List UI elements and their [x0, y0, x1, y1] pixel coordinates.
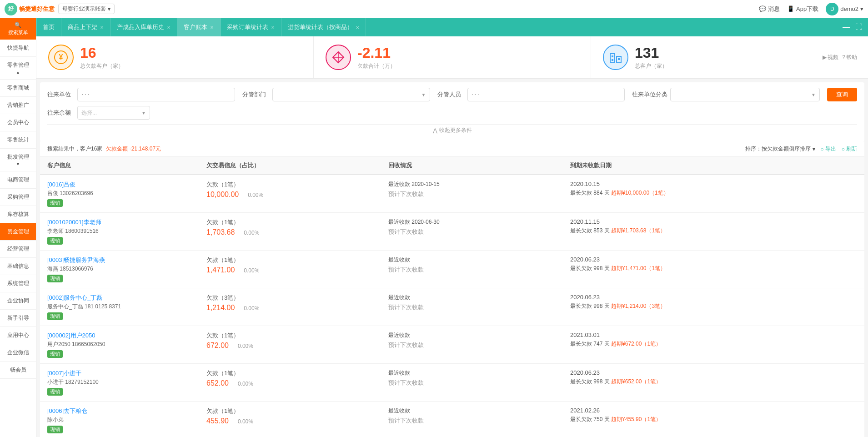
customer-name-link[interactable]: [0003]畅捷服务尹海燕	[47, 256, 206, 264]
sort-selector[interactable]: 排序：按欠款金额倒序排序 ▾	[745, 145, 815, 153]
app-download-btn[interactable]: 📱 App下载	[787, 5, 818, 13]
message-label: 消息	[768, 5, 780, 13]
env-selector[interactable]: 母婴行业演示账套 ▾	[58, 4, 115, 14]
table-row: [0006]去下粮仓 陈小弟 现销 欠款（1笔） 455.90 0.00%	[40, 402, 864, 437]
results-summary: 搜索结果中，客户16家 欠款金额 -21,148.07元 排序：按欠款金额倒序排…	[40, 141, 864, 157]
customer-phone: 海燕 18513066976	[47, 265, 206, 273]
overdue-link[interactable]: 超期¥652.00（1笔）	[611, 378, 661, 385]
sidebar-item-batch-mgmt[interactable]: 批发管理 ▼	[0, 149, 36, 171]
tab-product-inbound-close-icon[interactable]: ✕	[167, 25, 171, 30]
sidebar-item-system[interactable]: 系统管理	[0, 275, 36, 292]
dept-select[interactable]: ▼	[272, 88, 430, 101]
col-due-date: 到期未收款日期	[570, 161, 857, 170]
search-button[interactable]: 查询	[827, 88, 857, 101]
brand[interactable]: 好 畅捷通好生意	[5, 3, 55, 15]
sidebar-item-enterprise-wechat[interactable]: 企业微信	[0, 344, 36, 362]
debt-amount: 1,703.68	[206, 228, 235, 236]
debt-info-cell: 欠款（1笔） 652.00 0.00%	[206, 369, 388, 387]
tab-expand-icon[interactable]: ⛶	[853, 23, 864, 31]
overdue-link[interactable]: 超期¥455.90（1笔）	[611, 416, 661, 422]
sidebar-item-purchase[interactable]: 采购管理	[0, 189, 36, 206]
refresh-btn[interactable]: ○ 刷新	[842, 145, 857, 153]
balance-arrow-icon: ▼	[141, 111, 146, 116]
sidebar-item-ecommerce[interactable]: 电商管理	[0, 171, 36, 189]
customer-name-link[interactable]: [0002]服务中心_丁磊	[47, 294, 206, 302]
retail-store-label: 零售商城	[2, 84, 34, 92]
results-actions: 排序：按欠款金额倒序排序 ▾ ○ 导出 ○ 刷新	[745, 145, 858, 153]
manager-input[interactable]: ···	[467, 88, 625, 101]
customer-name-link[interactable]: [0001020001]李老师	[47, 218, 206, 226]
money-icon-circle: ¥	[48, 45, 74, 70]
next-collection: 预计下次收款	[388, 228, 570, 236]
filter-balance: 往来余额 选择... ▼	[47, 106, 857, 120]
sidebar-item-operation[interactable]: 经营管理	[0, 241, 36, 258]
customer-name-link[interactable]: [0007]小进干	[47, 369, 206, 377]
enterprise-label: 企业协同	[2, 297, 34, 305]
from-unit-label: 往来单位	[47, 90, 75, 99]
content-area: 首页 商品上下架 ✕ 产成品入库单历史 ✕ 客户账本 ✕ 采购订单统计表 ✕	[36, 18, 868, 437]
user-menu[interactable]: D demo2 ▾	[826, 3, 863, 15]
member-label: 会员中心	[2, 119, 34, 126]
sidebar-item-enterprise[interactable]: 企业协同	[0, 292, 36, 310]
tab-product-listing-label: 商品上下架	[68, 23, 97, 31]
sidebar-item-basic-info[interactable]: 基础信息	[0, 258, 36, 275]
tab-customer-account[interactable]: 客户账本 ✕	[177, 18, 221, 36]
overdue-info: 最长欠款 750 天 超期¥455.90（1笔）	[570, 416, 857, 423]
sidebar-item-quick-nav[interactable]: 快捷导航	[0, 40, 36, 57]
sidebar-item-marketing[interactable]: 营销推广	[0, 97, 36, 114]
message-icon: 💬	[759, 5, 766, 12]
tab-customer-account-close-icon[interactable]: ✕	[210, 25, 214, 30]
sidebar-item-newbie[interactable]: 新手引导	[0, 310, 36, 327]
tab-minimize-icon[interactable]: —	[841, 23, 852, 31]
sidebar-item-retail-store[interactable]: 零售商城	[0, 80, 36, 97]
tab-product-inbound[interactable]: 产成品入库单历史 ✕	[110, 18, 177, 36]
due-date: 2020.11.15	[570, 218, 857, 225]
overdue-link[interactable]: 超期¥1,214.00（3笔）	[611, 303, 666, 309]
unit-category-select[interactable]: ▼	[670, 88, 820, 101]
table-row: [0016]吕俊 吕俊 13026203696 现销 欠款（1笔） 10,000…	[40, 175, 864, 213]
sidebar-item-app-center[interactable]: 应用中心	[0, 327, 36, 344]
refresh-label: 刷新	[846, 145, 857, 153]
batch-mgmt-arrow-icon: ▼	[16, 162, 20, 166]
sidebar-item-inventory[interactable]: 库存核算	[0, 206, 36, 223]
collapse-up-icon: ⋀	[433, 127, 437, 134]
sidebar-item-finance[interactable]: 资金管理	[0, 223, 36, 241]
tab-inbound-stats-close-icon[interactable]: ✕	[356, 25, 359, 30]
basic-info-label: 基础信息	[2, 262, 34, 270]
debt-info-cell: 欠款（1笔） 672.00 0.00%	[206, 332, 388, 350]
overdue-link[interactable]: 超期¥1,471.00（1笔）	[611, 265, 666, 271]
balance-select[interactable]: 选择... ▼	[77, 106, 150, 120]
help-action-btn[interactable]: ? 帮助	[842, 54, 857, 61]
tab-product-listing-close-icon[interactable]: ✕	[100, 25, 104, 30]
sidebar-item-retail-stats[interactable]: 零售统计	[0, 131, 36, 149]
last-collection: 最近收款	[388, 332, 570, 339]
help-label: 帮助	[846, 54, 857, 61]
table-row: [0002]服务中心_丁磊 服务中心_丁磊 181 0125 8371 现销 欠…	[40, 288, 864, 326]
overdue-link[interactable]: 超期¥10,000.00（1笔）	[611, 190, 669, 196]
customer-name-link[interactable]: [0016]吕俊	[47, 181, 206, 189]
customer-name-link[interactable]: [000002]用户2050	[47, 332, 206, 340]
customer-phone: 李老师 18600391516	[47, 227, 206, 235]
sort-label: 排序：按欠款金额倒序排序	[745, 145, 811, 153]
sidebar-search-btn[interactable]: 🔍 搜索菜单	[0, 18, 36, 40]
sidebar-item-retail-mgmt[interactable]: 零售管理 ▲	[0, 57, 36, 80]
from-unit-input[interactable]: ···	[77, 88, 235, 101]
overdue-link[interactable]: 超期¥1,703.68（1笔）	[611, 227, 666, 234]
customer-info-cell: [0002]服务中心_丁磊 服务中心_丁磊 181 0125 8371 现销	[47, 294, 206, 320]
customer-name-link[interactable]: [0006]去下粮仓	[47, 407, 206, 415]
tab-purchase-stats-close-icon[interactable]: ✕	[271, 25, 275, 30]
col-debt-info: 欠交易信息（占比）	[206, 161, 388, 170]
overdue-link[interactable]: 超期¥672.00（1笔）	[611, 341, 661, 347]
export-btn[interactable]: ○ 导出	[821, 145, 836, 153]
tab-inbound-stats[interactable]: 进货单统计表（按商品） ✕	[281, 18, 366, 36]
building-icon	[608, 50, 623, 65]
sidebar-item-vip-member[interactable]: 畅会员	[0, 362, 36, 379]
filter-collapse-btn[interactable]: ⋀ 收起更多条件	[47, 124, 857, 136]
message-btn[interactable]: 💬 消息	[759, 5, 780, 13]
tab-product-listing[interactable]: 商品上下架 ✕	[61, 18, 110, 36]
tab-home[interactable]: 首页	[36, 18, 61, 36]
sidebar-item-member[interactable]: 会员中心	[0, 114, 36, 131]
tab-purchase-stats[interactable]: 采购订单统计表 ✕	[221, 18, 281, 36]
video-action-btn[interactable]: ▶ 视频	[823, 54, 838, 61]
brand-icon: 好	[5, 3, 17, 15]
